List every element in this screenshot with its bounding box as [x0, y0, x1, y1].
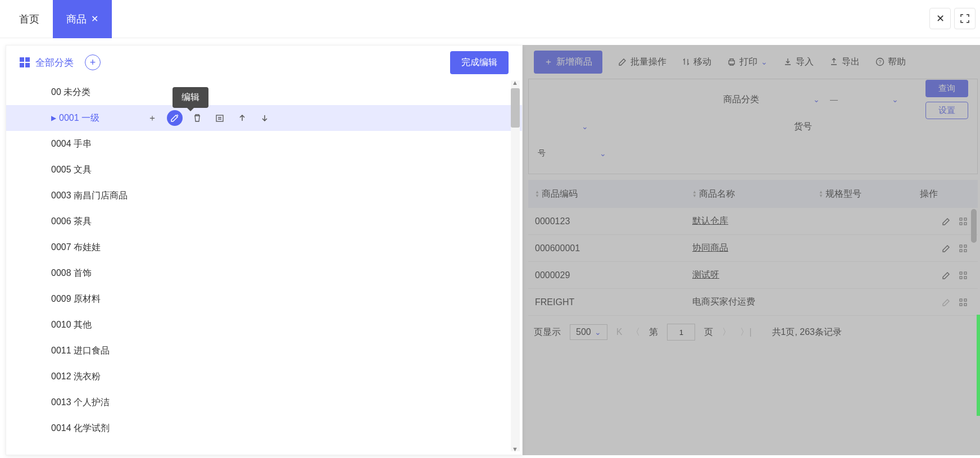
help-button[interactable]: ? 帮助: [875, 56, 906, 68]
tree-item[interactable]: 0009 原材料: [51, 286, 509, 312]
cell-name[interactable]: 协同商品: [686, 242, 812, 254]
content-toolbar: ＋ 新增商品 批量操作 移动 打印 ⌄ 导入 导出: [523, 45, 980, 79]
table-row[interactable]: 0000029测试呀: [528, 262, 978, 289]
tree-item[interactable]: 0011 进口食品: [51, 338, 509, 364]
svg-rect-4: [960, 218, 962, 220]
add-category-button[interactable]: +: [85, 55, 101, 70]
svg-rect-7: [964, 223, 967, 225]
tab-product-label: 商品: [66, 12, 87, 26]
table-scrollbar-thumb[interactable]: [971, 209, 977, 243]
archive-button[interactable]: [212, 110, 228, 126]
import-button[interactable]: 导入: [783, 56, 814, 68]
tree-item[interactable]: 0006 茶具: [51, 208, 509, 234]
svg-rect-18: [960, 303, 962, 306]
cell-name[interactable]: 测试呀: [686, 269, 812, 281]
cell-op: [942, 244, 978, 253]
chevron-down-icon[interactable]: ⌄: [813, 95, 820, 104]
next-page-button[interactable]: 〉: [722, 327, 731, 338]
help-icon: ?: [875, 57, 884, 66]
page-size-select[interactable]: 500 ⌄: [570, 324, 607, 340]
svg-rect-10: [960, 250, 962, 252]
all-categories-label[interactable]: 全部分类: [35, 56, 74, 69]
edit-tooltip: 编辑: [173, 87, 208, 108]
chevron-down-icon[interactable]: ⌄: [600, 149, 606, 158]
tab-home[interactable]: 首页: [6, 0, 53, 38]
print-icon: [727, 57, 736, 66]
batch-button[interactable]: 批量操作: [618, 56, 666, 68]
export-button[interactable]: 导出: [829, 56, 860, 68]
tree-item[interactable]: 0007 布娃娃: [51, 234, 509, 260]
tree-item-selected[interactable]: ▶ 0001 一级 ＋: [6, 105, 522, 131]
row-more-button[interactable]: [959, 271, 968, 280]
tree-item[interactable]: 0004 手串: [51, 131, 509, 157]
row-more-button[interactable]: [959, 217, 968, 226]
row-edit-button[interactable]: [942, 217, 951, 226]
cell-name[interactable]: 默认仓库: [686, 215, 812, 227]
tab-product[interactable]: 商品 ✕: [53, 0, 112, 38]
row-more-button[interactable]: [959, 298, 968, 307]
table-body: 0000123默认仓库000600001协同商品0000029测试呀FREIGH…: [528, 208, 978, 316]
export-icon: [829, 57, 838, 66]
scrollbar-track[interactable]: ▲ ▼: [511, 80, 520, 451]
move-up-button[interactable]: [234, 110, 250, 126]
tree-item[interactable]: 0012 洗衣粉: [51, 364, 509, 389]
caret-right-icon[interactable]: ▶: [51, 114, 56, 122]
edit-icon: [942, 244, 951, 253]
plus-icon: ＋: [544, 56, 553, 68]
svg-rect-6: [960, 223, 962, 225]
row-edit-button[interactable]: [942, 244, 951, 253]
tree-item[interactable]: 0010 其他: [51, 312, 509, 338]
tree-item[interactable]: 00 未分类: [51, 79, 509, 105]
cell-op: [942, 271, 978, 280]
sort-icon: ▲▼: [535, 190, 539, 198]
table-row[interactable]: FREIGHT电商买家付运费: [528, 289, 978, 316]
settings-button[interactable]: 设置: [925, 102, 968, 119]
move-button[interactable]: 移动: [682, 56, 711, 68]
row-more-button[interactable]: [959, 244, 968, 253]
chevron-down-icon[interactable]: ⌄: [582, 122, 588, 131]
print-button[interactable]: 打印 ⌄: [727, 56, 768, 68]
edit-icon: [942, 217, 951, 226]
col-spec[interactable]: ▲▼ 规格型号: [812, 188, 879, 200]
trash-icon: [193, 114, 202, 123]
table-row[interactable]: 000600001协同商品: [528, 235, 978, 262]
scrollbar-thumb[interactable]: [511, 88, 520, 128]
tree-item[interactable]: 0008 首饰: [51, 260, 509, 286]
col-name[interactable]: ▲▼ 商品名称: [686, 188, 812, 200]
cell-op: [942, 298, 978, 307]
svg-rect-12: [960, 272, 962, 274]
cell-code: 000600001: [528, 243, 686, 253]
tree-item[interactable]: 0013 个人护洁: [51, 389, 509, 415]
tree-item[interactable]: 0003 南昌门店商品: [51, 183, 509, 208]
add-child-button[interactable]: ＋: [144, 110, 160, 126]
edit-icon: [170, 114, 179, 123]
table-row[interactable]: 0000123默认仓库: [528, 208, 978, 235]
row-edit-button[interactable]: [942, 271, 951, 280]
svg-rect-16: [960, 299, 962, 301]
page-input[interactable]: [667, 324, 695, 341]
table-header: ▲▼ 商品编码 ▲▼ 商品名称 ▲▼ 规格型号 操作: [528, 180, 978, 208]
move-down-button[interactable]: [257, 110, 273, 126]
prev-page-button[interactable]: 〈: [631, 327, 640, 338]
close-icon[interactable]: ✕: [91, 13, 98, 24]
svg-rect-14: [960, 276, 962, 279]
tree-item[interactable]: 0014 化学试剂: [51, 415, 509, 441]
delete-button[interactable]: [189, 110, 205, 126]
tree-item[interactable]: 0005 文具: [51, 157, 509, 183]
col-code[interactable]: ▲▼ 商品编码: [528, 188, 686, 200]
add-product-button[interactable]: ＋ 新增商品: [534, 51, 602, 74]
chevron-down-icon[interactable]: ⌄: [892, 95, 899, 104]
fullscreen-button[interactable]: [954, 8, 976, 29]
last-page-button[interactable]: 〉|: [740, 327, 751, 338]
cell-code: FREIGHT: [528, 297, 686, 307]
close-all-button[interactable]: ✕: [929, 8, 951, 29]
edit-button[interactable]: [167, 110, 183, 126]
query-button[interactable]: 查询: [925, 80, 968, 97]
svg-rect-9: [964, 245, 967, 247]
fullscreen-icon: [960, 13, 970, 24]
first-page-button[interactable]: K: [616, 327, 623, 337]
arrow-down-icon: [260, 114, 269, 123]
scroll-down-icon[interactable]: ▼: [512, 446, 518, 452]
scroll-up-icon[interactable]: ▲: [512, 79, 518, 86]
finish-edit-button[interactable]: 完成编辑: [450, 51, 509, 74]
